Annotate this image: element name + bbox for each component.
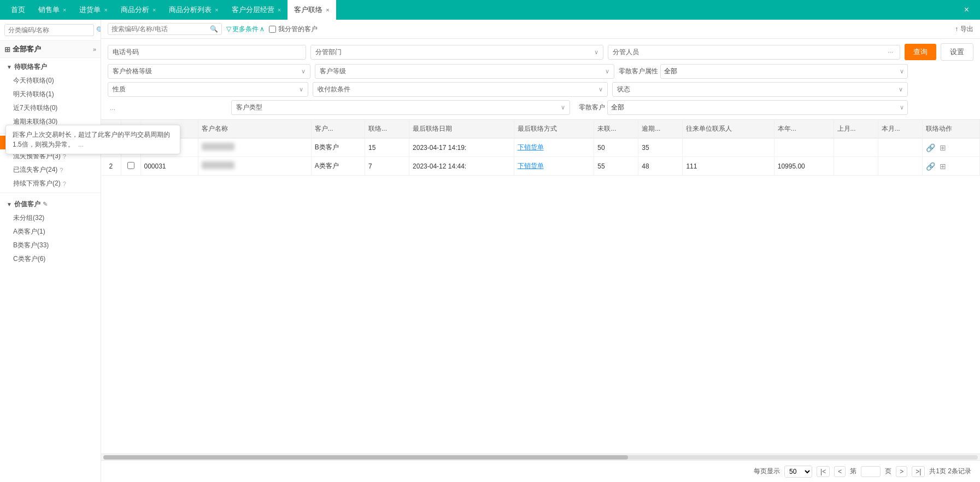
th-contact-person[interactable]: 往来单位联系人 (683, 120, 774, 138)
prev-page-btn[interactable]: < (834, 466, 846, 477)
nav-close-product-analysis[interactable]: × (152, 7, 156, 13)
status-input[interactable] (635, 86, 899, 94)
nav-close-customer-contact[interactable]: × (326, 7, 329, 13)
nav-close-sales[interactable]: × (63, 7, 66, 13)
page-input[interactable]: 1 (861, 466, 881, 477)
action-grid-icon-1[interactable]: ⊞ (940, 143, 946, 152)
row4-ellipsis[interactable]: ... (108, 104, 118, 112)
nav-item-product-analysis-list[interactable]: 商品分析列表 × (162, 0, 225, 20)
sidebar-item-continuous-down[interactable]: 持续下滑客户(2) ? (0, 177, 101, 190)
gender-input[interactable] (130, 86, 299, 94)
scrollbar-thumb[interactable] (103, 455, 628, 460)
chevron-down-icon: ∧ (260, 25, 265, 33)
window-close-button[interactable]: × (958, 5, 976, 15)
nav-item-purchase[interactable]: 进货单 × (73, 0, 114, 20)
search-filter-icon[interactable]: 🔍 (210, 25, 218, 33)
horizontal-scrollbar[interactable] (101, 454, 980, 460)
th-this-year[interactable]: 本年... (774, 120, 834, 138)
nav-item-customer-contact[interactable]: 客户联络 × (287, 0, 336, 20)
filter-row-2: 客户价格等级 ∨ 客户等级 ∨ 零散客户属性 全部 ∨ (108, 64, 973, 79)
th-customer-type[interactable]: 客户... (311, 120, 365, 138)
dept-input[interactable] (346, 48, 594, 56)
th-this-month[interactable]: 本月... (878, 120, 922, 138)
payment-dropdown[interactable]: ∨ (598, 86, 603, 93)
th-last-contact-date[interactable]: 最后联络日期 (409, 120, 514, 138)
dept-dropdown-icon[interactable]: ∨ (594, 49, 598, 56)
payment-field[interactable]: 收付款条件 ∨ (313, 82, 608, 97)
row-checkbox-2[interactable] (127, 162, 134, 169)
action-link-icon-2[interactable]: 🔗 (926, 162, 935, 171)
my-customers-checkbox[interactable] (269, 26, 276, 33)
export-btn[interactable]: ↑ 导出 (955, 25, 973, 34)
next-page-btn[interactable]: > (896, 466, 907, 477)
th-overdue[interactable]: 逾期... (638, 120, 683, 138)
waiting-contact-header[interactable]: ▼ 待联络客户 (0, 60, 101, 74)
content-area: 🔍 ▽ 更多条件 ∧ 我分管的客户 ↑ 导出 电话号码 (101, 20, 980, 482)
price-level-input[interactable] (156, 68, 301, 76)
dept-field[interactable]: 分管部门 ∨ (310, 45, 603, 60)
action-link-icon-1[interactable]: 🔗 (926, 143, 935, 152)
sidebar-item-tomorrow[interactable]: 明天待联络(1) (0, 88, 101, 101)
phone-input[interactable] (143, 48, 301, 56)
sidebar-item-class-b[interactable]: B类客户(33) (0, 239, 101, 252)
status-field[interactable]: 状态 ∨ (612, 82, 908, 97)
retail-customer-select[interactable]: 全部 ∨ (607, 100, 908, 115)
action-grid-icon-2[interactable]: ⊞ (940, 162, 946, 171)
gender-field[interactable]: 性质 ∨ (108, 82, 308, 97)
search-input[interactable] (112, 25, 210, 33)
customer-type-input[interactable] (267, 104, 561, 112)
customer-type-field[interactable]: 客户类型 ∨ (231, 100, 570, 115)
td-action-1: 🔗 ⊞ (922, 138, 979, 157)
last-method-link-1[interactable]: 下销货单 (518, 143, 544, 151)
manager-ellipsis[interactable]: ··· (885, 48, 895, 56)
edit-icon[interactable]: ✎ (43, 201, 48, 208)
value-customers-header[interactable]: ▼ 价值客户 ✎ (0, 198, 101, 211)
nav-item-home[interactable]: 首页 (4, 0, 32, 20)
first-page-btn[interactable]: |< (817, 466, 830, 477)
sidebar-item-class-a[interactable]: A类客户(1) (0, 225, 101, 239)
th-last-month[interactable]: 上月... (834, 120, 878, 138)
td-last-date-2: 2023-04-12 14:44: (409, 157, 514, 176)
scrollbar-track[interactable] (103, 455, 978, 460)
arrow-down-icon-2: ▼ (7, 201, 12, 207)
sidebar-item-class-c[interactable]: C类客户(6) (0, 252, 101, 266)
nav-item-product-analysis[interactable]: 商品分析 × (114, 0, 162, 20)
nav-close-purchase[interactable]: × (104, 7, 107, 13)
th-name[interactable]: 客户名称 (198, 120, 311, 138)
sidebar-collapse-btn[interactable]: » (93, 46, 96, 53)
th-uncontact[interactable]: 未联... (594, 120, 638, 138)
sidebar-item-7days[interactable]: 近7天待联络(0) (0, 101, 101, 115)
price-level-dropdown[interactable]: ∨ (301, 68, 306, 75)
sidebar-item-lost[interactable]: 已流失客户(24) ? (0, 163, 101, 177)
retail-attr-select[interactable]: 全部 ∨ (660, 64, 908, 79)
status-dropdown[interactable]: ∨ (899, 86, 903, 93)
td-overdue-2: 48 (638, 157, 683, 176)
price-level-field[interactable]: 客户价格等级 ∨ (108, 64, 310, 79)
sidebar-search-icon[interactable]: 🔍 (96, 26, 101, 34)
all-customers-header[interactable]: ⊞ 全部客户 » (0, 41, 101, 58)
phone-field[interactable]: 电话号码 (108, 45, 306, 60)
nav-item-sales[interactable]: 销售单 × (32, 0, 73, 20)
settings-button[interactable]: 设置 (941, 43, 973, 61)
th-contact-count[interactable]: 联络... (365, 120, 409, 138)
page-size-select[interactable]: 50 100 (784, 466, 812, 478)
manager-field[interactable]: 分管人员 ··· (608, 45, 901, 60)
payment-input[interactable] (355, 86, 599, 94)
last-page-btn[interactable]: >| (912, 466, 925, 477)
customer-level-input[interactable] (350, 68, 605, 76)
nav-close-customer-tier[interactable]: × (278, 7, 281, 13)
more-filters-btn[interactable]: ▽ 更多条件 ∧ (226, 25, 265, 34)
nav-close-product-analysis-list[interactable]: × (215, 7, 218, 13)
th-last-contact-method[interactable]: 最后联络方式 (514, 120, 594, 138)
manager-input[interactable] (643, 48, 885, 56)
customer-level-field[interactable]: 客户等级 ∨ (315, 64, 614, 79)
sidebar-search-input[interactable] (4, 24, 94, 36)
query-button[interactable]: 查询 (905, 44, 936, 60)
sidebar-item-ungrouped[interactable]: 未分组(32) (0, 211, 101, 225)
customer-level-dropdown[interactable]: ∨ (605, 68, 609, 75)
gender-dropdown[interactable]: ∨ (299, 86, 303, 93)
nav-item-customer-tier[interactable]: 客户分层经营 × (225, 0, 287, 20)
customer-type-dropdown[interactable]: ∨ (561, 104, 565, 111)
sidebar-item-today[interactable]: 今天待联络(0) (0, 74, 101, 88)
last-method-link-2[interactable]: 下销货单 (518, 162, 544, 170)
